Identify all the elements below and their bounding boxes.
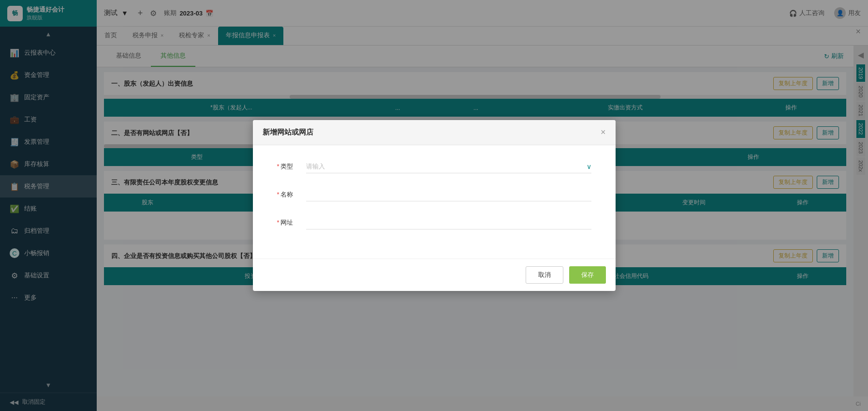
type-dropdown-arrow[interactable]: ∨	[587, 163, 591, 170]
form-row-type: *类型 ∨	[277, 160, 591, 173]
url-required-mark: *	[277, 219, 280, 226]
type-input-wrap: ∨	[306, 160, 591, 173]
dialog-overlay: 新增网站或网店 × *类型 ∨ *名称	[0, 0, 868, 411]
name-input[interactable]	[306, 188, 591, 201]
save-button[interactable]: 保存	[569, 266, 606, 284]
type-label: *类型	[277, 162, 306, 171]
name-label: *名称	[277, 190, 306, 199]
dialog-footer: 取消 保存	[253, 259, 616, 291]
dialog-body: *类型 ∨ *名称 *网址	[253, 145, 616, 259]
cancel-button[interactable]: 取消	[526, 266, 563, 284]
dialog-header: 新增网站或网店 ×	[253, 120, 616, 145]
name-required-mark: *	[277, 191, 280, 198]
url-input-wrap	[306, 216, 591, 229]
form-row-name: *名称	[277, 188, 591, 201]
form-row-url: *网址	[277, 216, 591, 229]
dialog-close-button[interactable]: ×	[601, 127, 606, 137]
url-input[interactable]	[306, 216, 591, 229]
type-input[interactable]	[306, 160, 587, 173]
dialog-title: 新增网站或网店	[263, 128, 313, 137]
add-website-dialog: 新增网站或网店 × *类型 ∨ *名称	[253, 120, 616, 291]
name-input-wrap	[306, 188, 591, 201]
url-label: *网址	[277, 218, 306, 227]
type-required-mark: *	[277, 163, 280, 170]
